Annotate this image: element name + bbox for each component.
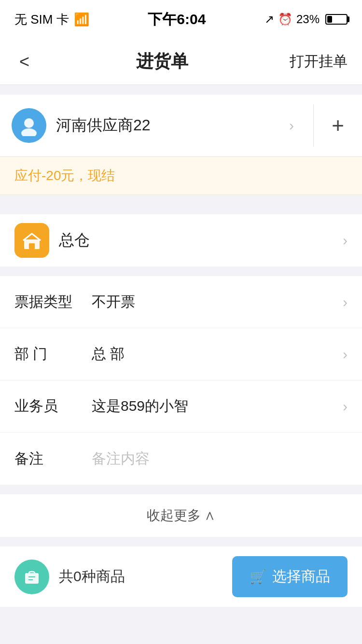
remark-input[interactable]: 备注内容: [82, 449, 348, 469]
add-supplier-button[interactable]: +: [314, 95, 362, 156]
svg-rect-3: [29, 243, 35, 249]
supplier-name: 河南供应商22: [56, 115, 289, 136]
warehouse-chevron-icon: ›: [343, 232, 348, 249]
ticket-type-row[interactable]: 票据类型 不开票 ›: [0, 276, 362, 328]
product-icon-wrap: [14, 560, 49, 594]
ticket-type-label: 票据类型: [14, 292, 82, 312]
battery-icon: [325, 14, 348, 25]
svg-rect-4: [25, 573, 39, 584]
status-time: 下午6:04: [148, 10, 206, 29]
supplier-selector[interactable]: 河南供应商22 ›: [0, 95, 313, 156]
back-button[interactable]: <: [14, 47, 34, 77]
product-icon: [22, 567, 42, 587]
collapse-row[interactable]: 收起更多 ∧: [0, 494, 362, 537]
supplier-section: 河南供应商22 › +: [0, 95, 362, 157]
open-pending-button[interactable]: 打开挂单: [290, 52, 348, 71]
status-right: ↗ ⏰ 23%: [265, 13, 348, 26]
location-icon: ↗: [265, 13, 274, 26]
select-product-button[interactable]: 🛒 选择商品: [232, 556, 348, 597]
salesperson-value: 这是859的小智: [82, 396, 343, 416]
supplier-chevron-icon: ›: [289, 117, 294, 134]
battery-percent: 23%: [296, 13, 320, 26]
supplier-avatar: [12, 108, 46, 143]
remark-row[interactable]: 备注 备注内容: [0, 433, 362, 485]
alarm-icon: ⏰: [278, 13, 292, 26]
svg-point-0: [24, 118, 34, 128]
warehouse-icon: [21, 230, 42, 251]
notice-text: 应付-20元，现结: [14, 168, 115, 183]
page-title: 进货单: [136, 50, 188, 73]
bottom-bar: 共0种商品 🛒 选择商品: [0, 546, 362, 607]
select-btn-label: 选择商品: [272, 567, 330, 587]
collapse-label: 收起更多 ∧: [147, 506, 216, 525]
warehouse-section: 总仓 ›: [0, 214, 362, 266]
gap-1: [0, 85, 362, 95]
notice-bar: 应付-20元，现结: [0, 157, 362, 195]
product-count-label: 共0种商品: [59, 567, 232, 587]
avatar-icon: [18, 115, 40, 136]
salesperson-chevron-icon: ›: [343, 398, 348, 415]
status-bar: 无 SIM 卡 📶 下午6:04 ↗ ⏰ 23%: [0, 0, 362, 39]
status-left: 无 SIM 卡 📶: [14, 11, 89, 28]
remark-label: 备注: [14, 449, 82, 469]
warehouse-row[interactable]: 总仓 ›: [0, 214, 362, 266]
department-row[interactable]: 部 门 总 部 ›: [0, 328, 362, 380]
warehouse-label: 总仓: [59, 230, 343, 251]
department-chevron-icon: ›: [343, 346, 348, 363]
warehouse-icon-wrap: [14, 223, 49, 258]
carrier-label: 无 SIM 卡: [14, 11, 69, 28]
wifi-icon: 📶: [74, 12, 89, 27]
page-background: [0, 607, 362, 644]
svg-point-1: [21, 128, 37, 136]
salesperson-label: 业务员: [14, 396, 82, 416]
department-value: 总 部: [82, 344, 343, 364]
salesperson-row[interactable]: 业务员 这是859的小智 ›: [0, 380, 362, 433]
department-label: 部 门: [14, 344, 82, 364]
nav-bar: < 进货单 打开挂单: [0, 39, 362, 85]
fields-section: 票据类型 不开票 › 部 门 总 部 › 业务员 这是859的小智 › 备注 备…: [0, 276, 362, 485]
ticket-type-chevron-icon: ›: [343, 294, 348, 310]
ticket-type-value: 不开票: [82, 292, 343, 312]
gap-2: [0, 195, 362, 205]
select-icon: 🛒: [250, 569, 266, 585]
